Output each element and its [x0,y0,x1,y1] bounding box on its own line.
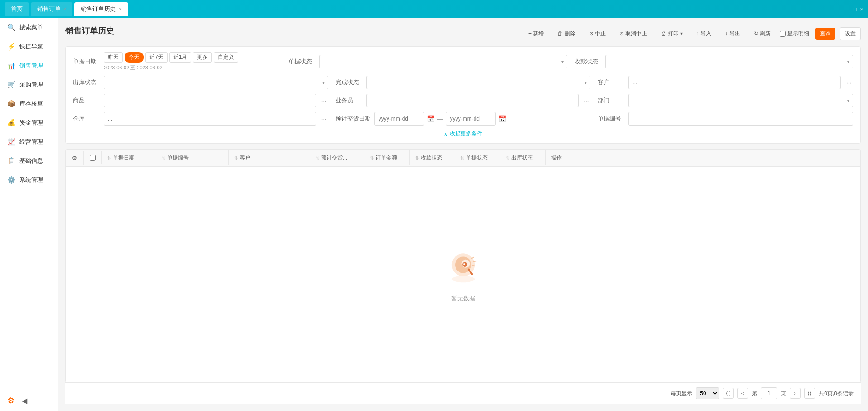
delivery-date-end[interactable] [446,112,496,126]
order-status-select[interactable] [319,55,567,68]
query-button[interactable]: 查询 [815,28,835,40]
date-1month[interactable]: 近1月 [169,52,192,63]
date-7days[interactable]: 近7天 [145,52,168,63]
collapse-filter-row[interactable]: ∧ 收起更多条件 [73,130,853,138]
th-payment: ⇅ 收款状态 [410,150,455,165]
new-button[interactable]: + 新增 [524,28,548,40]
sidebar-item-system-mgmt[interactable]: ⚙️ 系统管理 [0,170,58,189]
print-button[interactable]: 🖨 打印 ▾ [656,28,687,40]
sort-payment-icon[interactable]: ⇅ [415,155,419,160]
sidebar-item-search-menu[interactable]: 🔍 搜索菜单 [0,18,58,37]
maximize-button[interactable]: □ [853,6,857,13]
product-field: 商品 ··· [73,94,328,107]
sort-number-icon[interactable]: ⇅ [162,155,165,160]
quick-nav-icon: ⚡ [7,43,16,51]
th-date-label: 单据日期 [113,154,134,162]
sort-date-icon[interactable]: ⇅ [107,155,111,160]
delivery-date-start[interactable] [374,112,424,126]
delivery-date-start-calendar-icon[interactable]: 📅 [427,115,435,122]
sidebar: 🔍 搜索菜单 ⚡ 快捷导航 📊 销售管理 🛒 采购管理 📦 库存核算 💰 资金管… [0,18,58,411]
export-button[interactable]: ↓ 导出 [720,28,744,40]
prev-page-button[interactable]: ＜ [737,388,748,399]
date-custom[interactable]: 自定义 [214,52,238,63]
sidebar-item-basic-info[interactable]: 📋 基础信息 [0,151,58,170]
stop-button[interactable]: ⊘ 中止 [585,28,610,40]
delivery-date-label: 预计交货日期 [336,115,371,123]
display-cols-option[interactable]: 显示明细 [780,30,809,38]
delete-button[interactable]: 🗑 删除 [553,28,580,40]
date-today[interactable]: 今天 [125,52,144,63]
warehouse-input[interactable] [104,112,316,126]
close-sales-order-history-tab[interactable]: × [119,6,121,12]
warehouse-dots-icon[interactable]: ··· [320,116,328,122]
sidebar-item-search-menu-label: 搜索菜单 [19,24,43,32]
customer-dots-icon[interactable]: ··· [844,79,853,86]
product-input[interactable] [104,94,316,107]
order-number-input[interactable] [628,112,853,126]
next-page-button[interactable]: ＞ [790,388,801,399]
refresh-button[interactable]: ↻ 刷新 [749,28,775,40]
sidebar-item-purchase-mgmt[interactable]: 🛒 采购管理 [0,75,58,94]
delivery-date-range: 📅 — 📅 [374,112,591,126]
sidebar-collapse-icon[interactable]: ◀ [22,396,27,405]
sales-mgmt-icon: 📊 [7,62,16,70]
tab-home[interactable]: 首页 [5,2,29,16]
page-number-input[interactable] [761,387,777,399]
delivery-date-end-calendar-icon[interactable]: 📅 [499,115,506,122]
department-select[interactable] [628,94,853,107]
display-cols-checkbox[interactable] [780,31,786,37]
sidebar-item-system-mgmt-label: 系统管理 [19,176,43,184]
tab-sales-order[interactable]: 销售订单 × [31,2,72,16]
date-quick-buttons: 昨天 今天 近7天 近1月 更多 自定义 [104,52,281,63]
sort-delivery-icon[interactable]: ⇅ [316,155,319,160]
date-field: 单据日期 昨天 今天 近7天 近1月 更多 自定义 2023-06-02 至 2… [73,52,281,71]
sidebar-item-quick-nav-label: 快捷导航 [19,43,43,51]
date-label: 单据日期 [73,58,100,66]
sidebar-item-operations-mgmt[interactable]: 📈 经营管理 [0,132,58,151]
import-button[interactable]: ↑ 导入 [692,28,716,40]
th-date: ⇅ 单据日期 [102,150,156,165]
minimize-button[interactable]: — [844,6,849,13]
date-more[interactable]: 更多 [193,52,212,63]
content-area: 销售订单历史 + 新增 🗑 删除 ⊘ 中止 ⊙ 取消中止 🖨 打印 ▾ ↑ 导入… [58,18,868,411]
settings-button[interactable]: 设置 [840,27,861,40]
sort-status-icon[interactable]: ⇅ [460,155,464,160]
sidebar-item-quick-nav[interactable]: ⚡ 快捷导航 [0,37,58,56]
outbound-status-select[interactable] [104,76,328,89]
salesperson-input[interactable] [366,94,579,107]
payment-status-field: 收款状态 ▾ [575,55,854,68]
tab-sales-order-history[interactable]: 销售订单历史 × [74,2,128,16]
sidebar-item-sales-mgmt[interactable]: 📊 销售管理 [0,56,58,75]
sidebar-item-sales-mgmt-label: 销售管理 [19,62,43,70]
purchase-mgmt-icon: 🛒 [7,81,16,89]
sort-outbound-icon[interactable]: ⇅ [506,155,509,160]
cancel-stop-button[interactable]: ⊙ 取消中止 [615,28,652,40]
page-size-select[interactable]: 50 10 20 100 [696,387,719,399]
window-close-button[interactable]: × [860,6,863,13]
th-payment-label: 收款状态 [421,154,442,162]
sidebar-item-inventory-check[interactable]: 📦 库存核算 [0,94,58,113]
sidebar-settings-icon[interactable]: ⚙ [7,396,14,406]
search-menu-icon: 🔍 [7,24,16,32]
sort-amount-icon[interactable]: ⇅ [370,155,374,160]
date-yesterday[interactable]: 昨天 [104,52,123,63]
first-page-button[interactable]: ⟨⟨ [723,388,734,399]
completion-status-select-wrapper: ▾ [366,76,591,89]
th-outbound: ⇅ 出库状态 [500,150,546,165]
th-customer-label: 客户 [240,154,250,162]
last-page-button[interactable]: ⟩⟩ [804,388,815,399]
payment-status-select[interactable] [605,55,854,68]
close-sales-order-tab[interactable]: × [63,6,66,12]
completion-status-select[interactable] [366,76,591,89]
th-checkbox[interactable] [84,151,102,164]
product-dots-icon[interactable]: ··· [320,97,328,104]
salesperson-dots-icon[interactable]: ··· [582,97,591,104]
customer-input[interactable] [628,76,841,89]
select-all-checkbox[interactable] [90,155,96,161]
order-status-select-wrapper: ▾ [319,55,567,68]
filter-panel: 单据日期 昨天 今天 近7天 近1月 更多 自定义 2023-06-02 至 2… [65,46,861,144]
th-amount-label: 订单金额 [375,154,397,162]
sidebar-item-finance-mgmt[interactable]: 💰 资金管理 [0,113,58,132]
th-settings[interactable]: ⚙ [66,151,84,165]
sort-customer-icon[interactable]: ⇅ [234,155,238,160]
